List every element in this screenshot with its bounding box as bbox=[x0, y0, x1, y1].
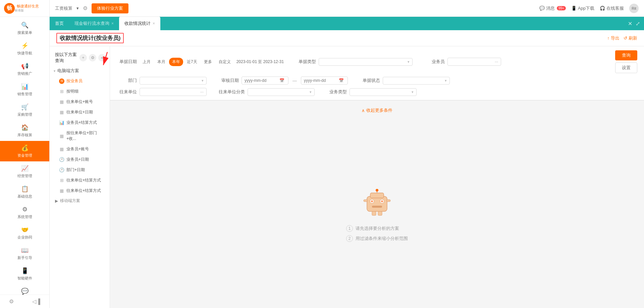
doc-status-label: 单据状态 bbox=[360, 78, 380, 84]
sidebar-item-finance[interactable]: 💰 资金管理 bbox=[0, 141, 49, 161]
date-range-display: 2023-01-01 至 2023-12-31 bbox=[236, 59, 284, 65]
basic-nav-icon: 📋 bbox=[21, 185, 29, 193]
panel-collapse-icon[interactable]: « bbox=[98, 54, 106, 61]
topbar: 工资核算 ▾ ⚙ 体验行业方案 💬 消息 99+ 📱 App下载 🎧 在线客服 bbox=[50, 0, 644, 17]
salesperson-select[interactable]: ··· bbox=[447, 58, 501, 66]
sidebar-item-basic[interactable]: 📋 基础信息 bbox=[0, 182, 49, 202]
tabbar-expand-icon[interactable]: ⤢ bbox=[636, 20, 640, 27]
messages-label: 消息 bbox=[546, 5, 555, 11]
refresh-btn[interactable]: ↺ 刷新 bbox=[624, 35, 637, 41]
sidebar-item-system[interactable]: ⚙ 系统管理 bbox=[0, 202, 49, 223]
partner-category-select[interactable]: ▾ bbox=[248, 88, 315, 96]
date-tab-last-month[interactable]: 上月 bbox=[140, 58, 154, 66]
date-tab-more[interactable]: 更多 bbox=[201, 58, 215, 66]
sales-date-icon: 🕐 bbox=[59, 157, 64, 162]
dept-date-icon: 🕐 bbox=[59, 167, 64, 173]
sidebar-footer-settings-icon[interactable]: ⚙ bbox=[9, 298, 14, 305]
panel-settings-icon[interactable]: ⚙ bbox=[89, 54, 96, 61]
placeholder-steps: 1 请先选择要分析的方案 2 用过滤条件来缩小分析范围 bbox=[346, 225, 408, 242]
panel-item-sales-date[interactable]: 🕐 业务员+日期 bbox=[50, 154, 110, 165]
panel-item-sales-account[interactable]: ▦ 业务员+账号 bbox=[50, 144, 110, 154]
panel-item-dept-date[interactable]: 🕐 部门+日期 bbox=[50, 165, 110, 175]
panel-header-actions: + ⚙ « bbox=[79, 54, 106, 61]
panel-item-label: 往来单位+账号 bbox=[66, 99, 93, 105]
tab-cash-flow-close-icon[interactable]: × bbox=[111, 21, 114, 26]
step1-number: 1 bbox=[346, 225, 353, 232]
headset-icon: 🎧 bbox=[600, 6, 605, 11]
sidebar-item-guide[interactable]: 📖 新手引导 bbox=[0, 243, 49, 264]
tab-cash-flow-label: 现金银行流水查询 bbox=[74, 20, 109, 27]
sidebar-item-operations[interactable]: 📈 经营管理 bbox=[0, 161, 49, 182]
dept-select[interactable]: ▾ bbox=[140, 77, 207, 85]
sidebar-item-label: 系统管理 bbox=[17, 214, 32, 219]
audit-date-start[interactable]: 📅 bbox=[241, 76, 288, 85]
sidebar-item-inventory[interactable]: 🏠 库存核算 bbox=[0, 120, 49, 141]
panel-section-mobile-title[interactable]: ▶ 移动端方案 bbox=[50, 196, 110, 206]
dept-chevron-icon: ▾ bbox=[202, 79, 204, 83]
panel-item-partner-date[interactable]: ▦ 往来单位+日期 bbox=[50, 107, 110, 117]
panel-item-by-detail[interactable]: ⊞ 按明细 bbox=[50, 86, 110, 97]
app-download-btn[interactable]: 📱 App下载 bbox=[571, 5, 594, 11]
hardware-nav-icon: 📱 bbox=[21, 267, 29, 274]
tab-home-label: 首页 bbox=[55, 20, 64, 27]
topbar-settings-icon[interactable]: ⚙ bbox=[83, 5, 88, 11]
sidebar-item-hardware[interactable]: 📱 智能硬件 bbox=[0, 264, 49, 284]
query-btn[interactable]: 查询 bbox=[615, 50, 637, 60]
audit-date-end[interactable]: 📅 bbox=[301, 76, 348, 85]
settings-btn[interactable]: 设置 bbox=[615, 62, 637, 73]
inventory-nav-icon: 🏠 bbox=[21, 124, 29, 131]
message-count-badge: 99+ bbox=[557, 6, 566, 10]
partner-more-icon[interactable]: ··· bbox=[200, 90, 204, 94]
sidebar-item-purchase[interactable]: 🛒 采购管理 bbox=[0, 100, 49, 120]
placeholder-robot-icon bbox=[360, 186, 394, 220]
panel-item-partner-settle2[interactable]: ▦ 往来单位+结算方式 bbox=[50, 186, 110, 196]
panel-header-label: 按以下方案查询 bbox=[55, 52, 79, 64]
date-tab-custom[interactable]: 自定义 bbox=[216, 58, 234, 66]
panel-item-partner-settle1[interactable]: ⊞ 往来单位+结算方式 bbox=[50, 175, 110, 186]
sidebar-item-sales[interactable]: 📊 销售管理 bbox=[0, 80, 49, 100]
partner-select[interactable]: ··· bbox=[140, 88, 207, 96]
audit-date-end-input[interactable] bbox=[304, 78, 337, 83]
panel-item-by-salesperson[interactable]: 按 按业务员 bbox=[50, 76, 110, 86]
export-btn[interactable]: ↑ 导出 bbox=[607, 35, 620, 41]
date-tab-this-year[interactable]: 本年 bbox=[169, 58, 183, 66]
tab-cash-flow[interactable]: 现金银行流水查询 × bbox=[69, 17, 119, 30]
doc-type-select[interactable]: ▾ bbox=[319, 58, 413, 66]
svg-rect-10 bbox=[386, 200, 390, 202]
tab-receipt-stats[interactable]: 收款情况统计 × bbox=[119, 17, 160, 30]
biz-type-select[interactable]: ▾ bbox=[350, 88, 417, 96]
sidebar-item-wechat[interactable]: 💬 企业微信 bbox=[0, 284, 49, 295]
sidebar-item-collab[interactable]: 🤝 企业协同 bbox=[0, 223, 49, 243]
sidebar-footer-collapse-icon[interactable]: ◁▐ bbox=[32, 298, 40, 305]
collapse-btn[interactable]: ∧ 收起更多条件 bbox=[362, 107, 392, 113]
salesperson-more-icon[interactable]: ··· bbox=[495, 59, 498, 64]
partner-date-icon: ▦ bbox=[59, 110, 64, 115]
panel-item-partner-account[interactable]: ▦ 往来单位+账号 bbox=[50, 97, 110, 107]
doc-status-select[interactable]: ▾ bbox=[383, 77, 450, 85]
placeholder-step2: 2 用过滤条件来缩小分析范围 bbox=[346, 235, 408, 242]
panel-item-sales-settle[interactable]: 📊 业务员+结算方式 bbox=[50, 117, 110, 128]
online-service-btn[interactable]: 🎧 在线客服 bbox=[600, 5, 624, 11]
user-area[interactable]: Rit bbox=[629, 4, 639, 13]
date-tab-this-month[interactable]: 本月 bbox=[154, 58, 168, 66]
date-tab-7days[interactable]: 近7天 bbox=[184, 58, 200, 66]
panel-item-partner-dept-collect[interactable]: ▦ 按往来单位+部门+收... bbox=[50, 128, 110, 144]
sidebar-item-search[interactable]: 🔍 搜索菜单 bbox=[0, 18, 49, 39]
panel-section-desktop-title[interactable]: ▾ 电脑端方案 bbox=[50, 66, 110, 76]
sidebar-item-marketing[interactable]: 📢 营销推广 bbox=[0, 59, 49, 80]
messages-btn[interactable]: 💬 消息 99+ bbox=[539, 5, 566, 11]
tabbar-close-icon[interactable]: ✕ bbox=[628, 20, 632, 27]
audit-date-start-input[interactable] bbox=[245, 78, 278, 83]
salesperson-label: 业务员 bbox=[425, 59, 445, 65]
tab-home[interactable]: 首页 bbox=[50, 17, 69, 30]
biz-type-chevron-icon: ▾ bbox=[412, 90, 414, 94]
tab-receipt-stats-close-icon[interactable]: × bbox=[153, 21, 155, 26]
mobile-arrow-icon: ▶ bbox=[55, 199, 58, 203]
query-area: 单据日期 上月 本月 本年 近7天 更多 自定义 bbox=[110, 46, 644, 308]
app-download-icon: 📱 bbox=[571, 6, 577, 11]
trial-btn[interactable]: 体验行业方案 bbox=[92, 3, 128, 13]
collab-nav-icon: 🤝 bbox=[21, 226, 29, 234]
sidebar-item-quick[interactable]: ⚡ 快捷导航 bbox=[0, 39, 49, 59]
topbar-dropdown-icon[interactable]: ▾ bbox=[76, 6, 79, 11]
panel-add-icon[interactable]: + bbox=[79, 54, 87, 61]
